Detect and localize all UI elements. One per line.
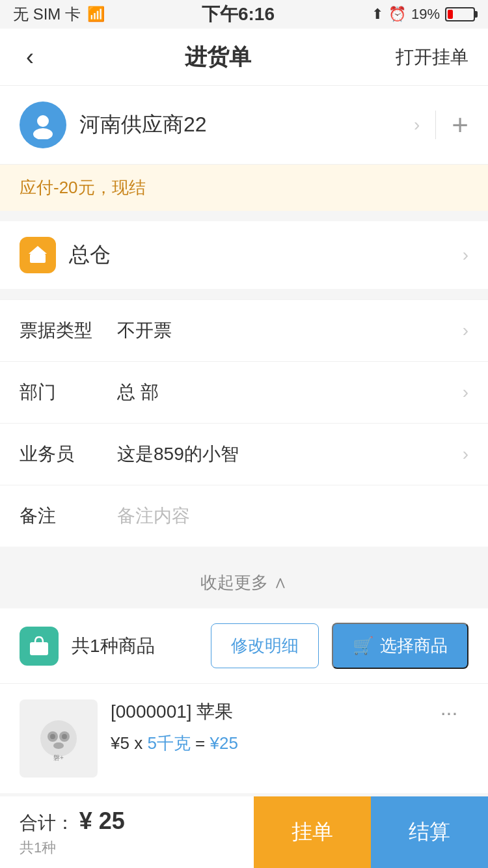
nav-bar: ‹ 进货单 打开挂单	[0, 29, 488, 86]
svg-point-5	[40, 720, 77, 757]
svg-point-9	[62, 734, 67, 739]
remark-row[interactable]: 备注 备注内容	[0, 485, 488, 547]
svg-point-10	[53, 742, 64, 749]
status-time: 下午6:16	[202, 2, 275, 27]
svg-point-1	[33, 128, 53, 139]
warehouse-row[interactable]: 总仓 ›	[0, 221, 488, 289]
department-label: 部门	[20, 380, 111, 405]
product-count: 共1种商品	[72, 634, 198, 658]
salesman-value: 这是859的小智	[111, 442, 463, 467]
main-content: 河南供应商22 › + 应付-20元，现结 总仓 › 票据类型 不开票 ›	[0, 86, 488, 868]
svg-text:磐+: 磐+	[53, 754, 64, 761]
page-title: 进货单	[185, 42, 251, 72]
product-header: 共1种商品 修改明细 🛒 选择商品	[0, 608, 488, 683]
total-amount: ¥ 25	[79, 807, 125, 834]
svg-rect-4	[30, 642, 48, 655]
department-value: 总 部	[111, 380, 463, 405]
item-count: 共1种	[20, 838, 234, 858]
product-info: [0000001] 苹果 ¥5 x 5千克 = ¥25	[111, 699, 416, 755]
invoice-row[interactable]: 票据类型 不开票 ›	[0, 299, 488, 361]
status-right: ⬆ ⏰ 19%	[372, 6, 475, 23]
invoice-value: 不开票	[111, 318, 463, 343]
collapse-bar[interactable]: 收起更多 ∧	[0, 557, 488, 608]
salesman-row[interactable]: 业务员 这是859的小智 ›	[0, 423, 488, 485]
product-card: 共1种商品 修改明细 🛒 选择商品 磐+	[0, 608, 488, 793]
product-more-button[interactable]: ···	[429, 699, 468, 726]
select-product-label: 选择商品	[380, 634, 448, 657]
supplier-name: 河南供应商22	[79, 111, 414, 139]
location-icon: ⬆	[372, 6, 383, 23]
status-bar: 无 SIM 卡 📶 下午6:16 ⬆ ⏰ 19%	[0, 0, 488, 29]
remark-label: 备注	[20, 504, 111, 528]
hang-button[interactable]: 挂单	[254, 796, 371, 868]
supplier-row[interactable]: 河南供应商22 › +	[0, 86, 488, 165]
bottom-bar: 合计： ¥ 25 共1种 挂单 结算	[0, 796, 488, 868]
status-left: 无 SIM 卡 📶	[13, 4, 105, 25]
warehouse-svg	[27, 245, 48, 265]
form-card: 票据类型 不开票 › 部门 总 部 › 业务员 这是859的小智 › 备注 备注…	[0, 299, 488, 547]
select-product-button[interactable]: 🛒 选择商品	[332, 623, 468, 669]
open-hang-button[interactable]: 打开挂单	[396, 45, 468, 70]
chevron-right-icon: ›	[463, 245, 468, 265]
chevron-right-icon: ›	[414, 115, 420, 135]
warehouse-card[interactable]: 总仓 ›	[0, 221, 488, 289]
divider	[435, 111, 436, 139]
user-icon	[29, 111, 57, 139]
chevron-right-icon: ›	[463, 382, 468, 403]
svg-point-8	[50, 734, 55, 739]
supplier-card: 河南供应商22 › + 应付-20元，现结	[0, 86, 488, 211]
owl-logo: 磐+	[36, 716, 81, 761]
select-cart-icon: 🛒	[353, 636, 373, 656]
supplier-avatar	[20, 102, 66, 148]
salesman-label: 业务员	[20, 442, 111, 467]
wifi-icon: 📶	[87, 6, 105, 23]
remark-input[interactable]: 备注内容	[111, 504, 468, 528]
add-supplier-button[interactable]: +	[452, 111, 468, 139]
checkout-button[interactable]: 结算	[371, 796, 488, 868]
product-name: [0000001] 苹果	[111, 699, 416, 724]
modify-detail-button[interactable]: 修改明细	[211, 623, 319, 668]
svg-marker-3	[29, 246, 47, 254]
notice-bar: 应付-20元，现结	[0, 165, 488, 211]
total-label: 合计： ¥ 25	[20, 807, 234, 835]
summary-area: 合计： ¥ 25 共1种	[0, 796, 254, 868]
carrier-label: 无 SIM 卡	[13, 4, 81, 25]
svg-point-0	[37, 115, 49, 127]
product-price: ¥5 x 5千克 = ¥25	[111, 732, 416, 755]
invoice-label: 票据类型	[20, 318, 111, 343]
product-icon	[20, 627, 59, 666]
warehouse-icon	[20, 237, 56, 273]
svg-rect-2	[30, 254, 46, 263]
product-thumbnail: 磐+	[20, 699, 98, 778]
battery-percent: 19%	[411, 6, 440, 23]
bag-icon	[27, 634, 51, 658]
department-row[interactable]: 部门 总 部 ›	[0, 361, 488, 423]
chevron-right-icon: ›	[463, 320, 468, 341]
product-item: 磐+ [0000001] 苹果 ¥5 x 5千克 = ¥25 ···	[0, 683, 488, 793]
collapse-label: 收起更多 ∧	[200, 571, 287, 594]
battery-icon	[445, 7, 475, 21]
warehouse-name: 总仓	[69, 241, 463, 269]
chevron-right-icon: ›	[463, 444, 468, 465]
back-button[interactable]: ‹	[20, 37, 40, 77]
alarm-icon: ⏰	[388, 6, 406, 23]
